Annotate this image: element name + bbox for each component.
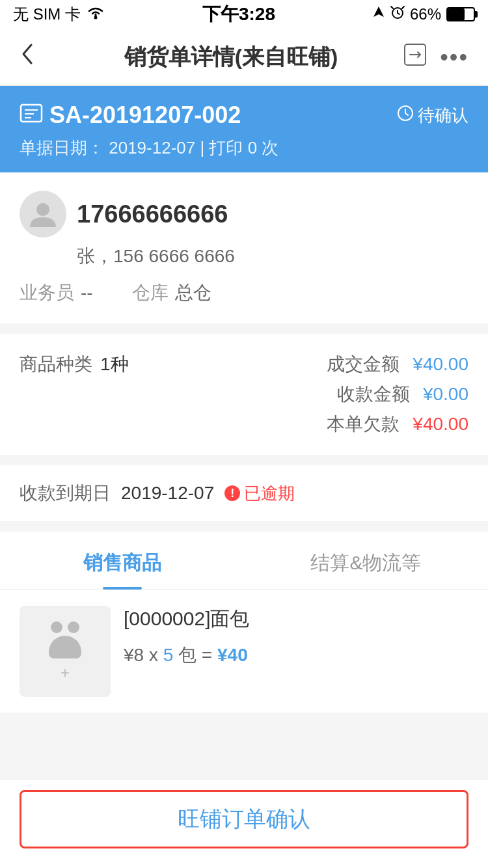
owl-eye-right [68,621,79,633]
confirm-button[interactable]: 旺铺订单确认 [20,790,468,848]
owed-value: ¥40.00 [413,414,468,435]
status-bar-right: 66% [372,5,475,23]
owl-plus: + [61,664,70,682]
summary-right: 成交金额 ¥40.00 收款金额 ¥0.00 本单欠款 ¥40.00 [327,352,468,437]
status-bar-left: 无 SIM 卡 [13,4,105,25]
owed-row: 本单欠款 ¥40.00 [327,412,468,437]
product-unit: 包 [178,645,197,665]
tab-settlement[interactable]: 结算&物流等 [244,532,488,590]
carrier-text: 无 SIM 卡 [13,4,81,25]
customer-meta: 业务员 -- 仓库 总仓 [20,280,468,305]
nav-actions: ••• [403,43,468,71]
overdue-dot-icon: ! [224,485,240,501]
received-label: 收款金额 [337,382,410,407]
order-header: SA-20191207-002 待确认 单据日期： 2019-12-07 | 打… [0,86,488,172]
battery-icon [446,7,475,21]
status-text: 待确认 [418,104,468,127]
warehouse-label: 仓库 [132,280,169,305]
amount-value: ¥40.00 [413,354,468,375]
tabs-section: 销售商品 结算&物流等 [0,532,488,590]
svg-line-11 [405,113,408,115]
svg-line-3 [398,13,400,14]
tab-settlement-label: 结算&物流等 [310,552,421,573]
status-bar-time: 下午3:28 [202,2,275,27]
clock-icon [397,105,414,126]
sales-value: -- [81,282,93,303]
svg-point-12 [36,203,49,216]
wifi-icon [86,5,105,23]
product-list: + [0000002]面包 ¥8 x 5 包 = ¥40 [0,590,488,712]
warehouse-value: 总仓 [175,280,211,305]
summary-row: 商品种类 1种 成交金额 ¥40.00 收款金额 ¥0.00 本单欠款 ¥40.… [20,352,468,437]
print-info: | 打印 0 次 [200,138,278,157]
alarm-icon [390,5,405,23]
tab-underline [103,587,142,590]
amount-row: 成交金额 ¥40.00 [327,352,468,377]
due-label: 收款到期日 [20,481,111,506]
owl-eye-left [51,621,62,633]
product-image: + [20,606,111,697]
more-icon[interactable]: ••• [440,44,468,71]
nav-bar: 销货单详情(来自旺铺) ••• [0,29,488,86]
product-type-value: 1种 [100,352,129,377]
order-id: SA-20191207-002 [20,102,241,129]
page-title: 销货单详情(来自旺铺) [59,42,403,72]
order-id-text: SA-20191207-002 [49,102,241,129]
product-type-label: 商品种类 [20,352,92,377]
product-total: ¥40 [217,645,248,665]
avatar [20,191,66,237]
order-icon [20,102,43,129]
status-bar: 无 SIM 卡 下午3:28 66% [0,0,488,29]
product-qty: 5 [163,645,174,665]
location-icon [372,5,385,23]
share-icon[interactable] [403,43,427,71]
customer-row: 17666666666 [20,191,468,237]
owl-eyes [51,621,79,633]
product-name: [0000002]面包 [124,606,468,632]
order-status: 待确认 [397,104,468,127]
tab-sales-products[interactable]: 销售商品 [0,532,244,590]
customer-section: 17666666666 张，156 6666 6666 业务员 -- 仓库 总仓 [0,172,488,323]
sales-meta: 业务员 -- [20,280,93,305]
customer-phone: 17666666666 [77,200,228,228]
summary-left: 商品种类 1种 [20,352,129,377]
summary-section: 商品种类 1种 成交金额 ¥40.00 收款金额 ¥0.00 本单欠款 ¥40.… [0,334,488,455]
due-date-value: 2019-12-07 [121,483,214,504]
order-id-row: SA-20191207-002 待确认 [20,102,468,129]
product-info: [0000002]面包 ¥8 x 5 包 = ¥40 [124,606,468,668]
owl-body [49,636,81,658]
bottom-bar: 旺铺订单确认 [0,779,488,868]
received-value: ¥0.00 [423,384,468,405]
customer-name: 张，156 6666 6666 [77,244,468,269]
owed-label: 本单欠款 [327,412,400,437]
tab-sales-label: 销售商品 [83,552,161,573]
multiply-symbol: x [149,645,163,665]
svg-point-0 [94,16,98,20]
received-row: 收款金额 ¥0.00 [337,382,468,407]
overdue-text: 已逾期 [244,482,295,505]
overdue-badge: ! 已逾期 [224,482,295,505]
sales-label: 业务员 [20,280,74,305]
product-price: ¥8 [124,645,144,665]
due-section: 收款到期日 2019-12-07 ! 已逾期 [0,465,488,521]
date-label: 单据日期： [20,138,104,157]
equals-symbol: = [202,645,217,665]
warehouse-meta: 仓库 总仓 [132,280,211,305]
amount-label: 成交金额 [327,352,400,377]
back-button[interactable] [20,41,59,73]
order-date: 单据日期： 2019-12-07 | 打印 0 次 [20,137,468,159]
product-price-row: ¥8 x 5 包 = ¥40 [124,643,468,668]
date-value: 2019-12-07 [109,138,195,157]
product-logo: + [49,621,81,682]
battery-text: 66% [410,5,441,23]
